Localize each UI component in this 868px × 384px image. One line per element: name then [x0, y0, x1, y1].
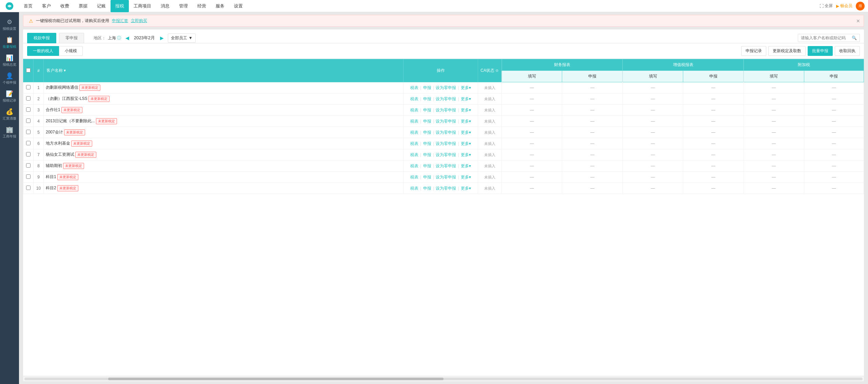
row-checkbox-4[interactable]	[23, 116, 34, 127]
op-declare-7[interactable]: 申报	[423, 152, 431, 157]
nav-business[interactable]: 工商项目	[129, 0, 156, 12]
sort-icon[interactable]: ▾	[64, 68, 66, 73]
sidebar-item-annual-settlement[interactable]: 💰 汇算清缴	[0, 105, 19, 123]
declaration-link[interactable]: 申报汇签	[112, 18, 128, 24]
op-declare-1[interactable]: 申报	[423, 85, 431, 90]
checkbox-10[interactable]	[26, 186, 31, 190]
staff-select[interactable]: 全部员工 ▼	[168, 34, 196, 43]
sidebar-item-tax-record[interactable]: 📝 报税记录	[0, 87, 19, 105]
checkbox-2[interactable]	[26, 96, 31, 101]
sidebar-item-personal-tax[interactable]: 👤 个税申报	[0, 69, 19, 87]
op-zero-declare-1[interactable]: 设为零申报	[436, 85, 456, 90]
op-tax-form-9[interactable]: 税表	[410, 175, 418, 179]
checkbox-4[interactable]	[26, 119, 31, 123]
search-input[interactable]	[801, 36, 852, 40]
op-tax-form-8[interactable]: 税表	[410, 164, 418, 168]
op-zero-declare-2[interactable]: 设为零申报	[436, 97, 456, 101]
fullscreen-button[interactable]: ⛶ 全屏	[820, 3, 833, 9]
op-more-4[interactable]: 更多▾	[461, 119, 471, 124]
checkbox-1[interactable]	[26, 85, 31, 89]
checkbox-3[interactable]	[26, 107, 31, 112]
nav-customer[interactable]: 客户	[37, 0, 56, 12]
op-more-3[interactable]: 更多▾	[461, 108, 471, 112]
checkbox-7[interactable]	[26, 152, 31, 156]
op-zero-declare-4[interactable]: 设为零申报	[436, 119, 456, 124]
op-tax-form-5[interactable]: 税表	[410, 130, 418, 135]
row-checkbox-1[interactable]	[23, 82, 34, 93]
checkbox-8[interactable]	[26, 163, 31, 168]
op-declare-2[interactable]: 申报	[423, 97, 431, 101]
row-checkbox-8[interactable]	[23, 161, 34, 172]
op-declare-3[interactable]: 申报	[423, 108, 431, 112]
tab-general-taxpayer[interactable]: 一般的税人	[27, 46, 59, 56]
nav-bookkeeping[interactable]: 记账	[92, 0, 111, 12]
op-more-6[interactable]: 更多▾	[461, 141, 471, 146]
op-more-10[interactable]: 更多▾	[461, 186, 471, 191]
batch-report-button[interactable]: 批量申报	[808, 46, 833, 56]
date-next-button[interactable]: ▶	[158, 35, 165, 41]
nav-operation[interactable]: 经营	[193, 0, 211, 12]
nav-manage[interactable]: 管理	[174, 0, 193, 12]
row-checkbox-7[interactable]	[23, 149, 34, 161]
checkbox-5[interactable]	[26, 130, 31, 134]
op-more-8[interactable]: 更多▾	[461, 164, 471, 168]
op-tax-form-10[interactable]: 税表	[410, 186, 418, 191]
horizontal-scrollbar[interactable]	[24, 378, 863, 380]
nav-settings[interactable]: 设置	[229, 0, 248, 12]
sidebar-item-batch-tax[interactable]: 📋 批量报税	[0, 34, 19, 51]
op-more-5[interactable]: 更多▾	[461, 130, 471, 135]
nav-home[interactable]: 首页	[19, 0, 37, 12]
op-tax-form-7[interactable]: 税表	[410, 152, 418, 157]
tab-tax-declaration[interactable]: 税款申报	[27, 33, 56, 43]
row-checkbox-2[interactable]	[23, 93, 34, 105]
nav-fee[interactable]: 收费	[56, 0, 74, 12]
op-tax-form-6[interactable]: 税表	[410, 141, 418, 146]
op-more-2[interactable]: 更多▾	[461, 97, 471, 101]
sidebar-item-tax-overview[interactable]: 📊 报税总览	[0, 51, 19, 69]
op-more-1[interactable]: 更多▾	[461, 85, 471, 90]
row-checkbox-5[interactable]	[23, 127, 34, 138]
nav-service[interactable]: 服务	[211, 0, 229, 12]
op-tax-form-3[interactable]: 税表	[410, 108, 418, 112]
op-declare-10[interactable]: 申报	[423, 186, 431, 191]
op-declare-4[interactable]: 申报	[423, 119, 431, 124]
op-zero-declare-10[interactable]: 设为零申报	[436, 186, 456, 191]
sidebar-item-annual-report[interactable]: 🏢 工商年报	[0, 123, 19, 141]
op-declare-9[interactable]: 申报	[423, 175, 431, 179]
report-record-button[interactable]: 申报记录	[741, 46, 766, 56]
row-checkbox-9[interactable]	[23, 172, 34, 183]
checkbox-6[interactable]	[26, 141, 31, 145]
op-more-7[interactable]: 更多▾	[461, 152, 471, 157]
op-tax-form-2[interactable]: 税表	[410, 97, 418, 101]
tab-zero-declaration[interactable]: 零申报	[59, 33, 84, 43]
row-checkbox-10[interactable]	[23, 183, 34, 194]
search-icon[interactable]: 🔍	[852, 36, 857, 40]
region-info-icon[interactable]: ⓘ	[117, 35, 121, 41]
purchase-link[interactable]: 立即购买	[131, 18, 147, 24]
op-zero-declare-5[interactable]: 设为零申报	[436, 130, 456, 135]
op-tax-form-1[interactable]: 税表	[410, 85, 418, 90]
op-tax-form-4[interactable]: 税表	[410, 119, 418, 124]
op-zero-declare-7[interactable]: 设为零申报	[436, 152, 456, 157]
scrollbar-thumb[interactable]	[108, 378, 443, 380]
checkbox-9[interactable]	[26, 174, 31, 179]
op-declare-8[interactable]: 申报	[423, 164, 431, 168]
date-prev-button[interactable]: ◀	[124, 35, 131, 41]
select-all-checkbox[interactable]	[26, 68, 31, 72]
op-zero-declare-8[interactable]: 设为零申报	[436, 164, 456, 168]
collect-receipt-button[interactable]: 收取回执	[835, 46, 860, 56]
op-more-9[interactable]: 更多▾	[461, 175, 471, 179]
nav-tax[interactable]: 报税	[111, 0, 129, 12]
member-button[interactable]: ▶ 畅会员	[836, 3, 852, 9]
row-checkbox-3[interactable]	[23, 105, 34, 116]
tab-small-scale[interactable]: 小规模	[59, 46, 83, 56]
sidebar-item-tax-settings[interactable]: ⚙ 报税设置	[0, 16, 19, 34]
op-zero-declare-6[interactable]: 设为零申报	[436, 141, 456, 146]
op-zero-declare-9[interactable]: 设为零申报	[436, 175, 456, 179]
nav-message[interactable]: 消息	[156, 0, 174, 12]
op-zero-declare-3[interactable]: 设为零申报	[436, 108, 456, 112]
nav-invoice[interactable]: 票据	[74, 0, 92, 12]
update-tax-button[interactable]: 更新税定及取数	[768, 46, 806, 56]
notification-close[interactable]: ✕	[856, 18, 860, 24]
row-checkbox-6[interactable]	[23, 138, 34, 149]
